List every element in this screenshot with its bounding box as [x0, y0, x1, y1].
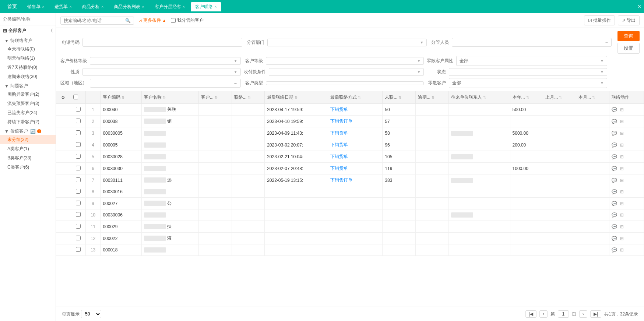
region-dots-icon[interactable]: ··· — [234, 81, 237, 86]
chat-icon-2[interactable]: 💬 — [612, 119, 617, 124]
close-tab-customer-segment[interactable]: × — [183, 4, 185, 9]
my-customers-checkbox[interactable] — [171, 18, 176, 23]
more-conditions-button[interactable]: ⊿ 更多条件 ▲ — [138, 17, 166, 24]
sidebar-item-7day-pending[interactable]: 近7天待联络(0) — [0, 63, 56, 72]
col-this-month[interactable]: 本月...⇅ — [576, 91, 609, 104]
next-page-button[interactable]: › — [579, 310, 587, 318]
col-last-date[interactable]: 最后联络日期⇅ — [265, 91, 328, 104]
method-link-2[interactable]: 下销售订单 — [330, 119, 352, 124]
reset-button[interactable]: 设置 — [617, 43, 640, 54]
my-customers-checkbox-label[interactable]: 我分管的客户 — [171, 17, 204, 24]
sidebar-item-class-c[interactable]: C类客户(6) — [0, 163, 56, 172]
grid-action-icon-1[interactable]: ⊞ — [620, 107, 624, 112]
col-overdue[interactable]: 逾期...⇅ — [415, 91, 448, 104]
row-checkbox-6[interactable] — [76, 166, 81, 170]
group-pending-contact[interactable]: ▼ 待联络客户 — [0, 36, 56, 45]
retail-customer-select[interactable]: 全部 ▼ — [449, 78, 607, 88]
page-size-select[interactable]: 50 100 200 — [81, 310, 101, 318]
row-checkbox-10[interactable] — [76, 212, 81, 217]
grid-action-icon-6[interactable]: ⊞ — [620, 166, 624, 171]
grid-action-icon-2[interactable]: ⊞ — [620, 119, 624, 124]
group-value-customers[interactable]: ▼ 价值客户 🔄 ! — [0, 127, 56, 135]
col-last-month[interactable]: 上月...⇅ — [543, 91, 576, 104]
col-no-contact[interactable]: 未联...⇅ — [383, 91, 416, 104]
sidebar-all-customers[interactable]: ⊞ 全部客户 《 — [0, 25, 56, 36]
group-problem-customers[interactable]: ▼ 问题客户 — [0, 81, 56, 90]
batch-operations-button[interactable]: ☑ 批量操作 — [584, 15, 615, 25]
tab-product-analysis-list[interactable]: 商品分析列表 × — [109, 2, 148, 11]
row-checkbox-8[interactable] — [76, 189, 81, 194]
grid-action-icon-10[interactable]: ⊞ — [620, 212, 624, 218]
sidebar-item-overdue-pending[interactable]: 逾期未联络(30) — [0, 72, 56, 81]
tab-sales-order[interactable]: 销售单 × — [23, 2, 49, 11]
method-link-3[interactable]: 下销货单 — [330, 130, 348, 135]
payment-select[interactable]: ▼ — [269, 68, 424, 76]
region-select[interactable]: ··· — [90, 79, 241, 88]
close-tab-sales[interactable]: × — [42, 4, 44, 9]
grid-action-icon-4[interactable]: ⊞ — [620, 142, 624, 148]
page-number-input[interactable] — [558, 310, 569, 318]
phone-input[interactable] — [82, 38, 242, 47]
col-type[interactable]: 客户...⇅ — [198, 91, 232, 104]
chat-icon-3[interactable]: 💬 — [612, 131, 617, 136]
home-tab[interactable]: 首页 — [3, 2, 21, 11]
chat-icon-12[interactable]: 💬 — [612, 236, 617, 241]
export-button[interactable]: ↗ 导出 — [618, 15, 640, 25]
col-name[interactable]: 客户名称⇅ — [141, 91, 198, 104]
tab-purchase-order[interactable]: 进货单 × — [50, 2, 76, 11]
query-button[interactable]: 查询 — [617, 31, 640, 41]
chat-icon-10[interactable]: 💬 — [612, 212, 617, 218]
col-code[interactable]: 客户编码⇅ — [101, 91, 141, 104]
sidebar-item-class-a[interactable]: A类客户(1) — [0, 144, 56, 154]
filter-search-input[interactable] — [64, 18, 123, 23]
price-level-select[interactable]: ▼ — [90, 57, 241, 65]
sidebar-search-input[interactable] — [3, 17, 56, 22]
chat-icon-5[interactable]: 💬 — [612, 154, 617, 159]
sidebar-item-churned[interactable]: 已流失客户(24) — [0, 108, 56, 117]
settings-icon[interactable]: ⚙ — [61, 95, 65, 100]
close-tab-customer-contact[interactable]: × — [214, 4, 217, 9]
sidebar-item-class-b[interactable]: B类客户(33) — [0, 154, 56, 163]
close-tab-product-analysis[interactable]: × — [101, 4, 103, 9]
prev-page-button[interactable]: ‹ — [539, 310, 548, 318]
close-tab-product-analysis-list[interactable]: × — [142, 4, 144, 9]
row-checkbox-3[interactable] — [76, 130, 81, 135]
row-checkbox-2[interactable] — [76, 119, 81, 123]
chat-icon-9[interactable]: 💬 — [612, 201, 617, 206]
last-page-button[interactable]: ▶| — [590, 310, 601, 318]
retail-attr-select[interactable]: 全部 ▼ — [456, 56, 607, 66]
select-all-checkbox[interactable] — [73, 95, 78, 99]
col-contact-person[interactable]: 往来单位联系人⇅ — [448, 91, 510, 104]
chat-icon-6[interactable]: 💬 — [612, 166, 617, 171]
sidebar-item-declining[interactable]: 持续下滑客户(2) — [0, 117, 56, 127]
grid-action-icon-7[interactable]: ⊞ — [620, 178, 624, 183]
tab-customer-segment[interactable]: 客户分层经客 × — [150, 2, 189, 11]
tab-product-analysis[interactable]: 商品分析 × — [78, 2, 108, 11]
method-link-1[interactable]: 下销货单 — [330, 107, 348, 112]
manager-select[interactable]: ··· — [452, 38, 612, 47]
chat-icon-13[interactable]: 💬 — [612, 247, 617, 253]
customer-type-select[interactable] — [266, 81, 424, 85]
dept-select[interactable]: ▼ — [267, 39, 427, 46]
method-link-7[interactable]: 下销售订单 — [330, 177, 352, 183]
customer-level-select[interactable]: ▼ — [266, 57, 424, 65]
close-tab-purchase[interactable]: × — [69, 4, 71, 9]
sidebar-item-tomorrow-pending[interactable]: 明天待联络(1) — [0, 54, 56, 63]
status-select[interactable]: ▼ — [449, 68, 607, 76]
tab-customer-contact[interactable]: 客户联络 × — [191, 2, 221, 11]
grid-action-icon-11[interactable]: ⊞ — [620, 224, 624, 229]
chat-icon-11[interactable]: 💬 — [612, 224, 617, 229]
close-all-button[interactable]: × — [638, 3, 641, 10]
sidebar-item-today-pending[interactable]: 今天待联络(0) — [0, 45, 56, 54]
row-checkbox-5[interactable] — [76, 154, 81, 159]
grid-action-icon-13[interactable]: ⊞ — [620, 247, 624, 253]
grid-action-icon-12[interactable]: ⊞ — [620, 236, 624, 241]
chat-icon-7[interactable]: 💬 — [612, 178, 617, 183]
method-link-6[interactable]: 下销货单 — [330, 166, 348, 171]
chat-icon-8[interactable]: 💬 — [612, 189, 617, 194]
row-checkbox-1[interactable] — [76, 107, 81, 112]
col-contact[interactable]: 联络...⇅ — [232, 91, 265, 104]
sidebar-item-churn-warning[interactable]: 流失预警客户(3) — [0, 99, 56, 108]
row-checkbox-11[interactable] — [76, 224, 81, 229]
grid-action-icon-3[interactable]: ⊞ — [620, 131, 624, 136]
